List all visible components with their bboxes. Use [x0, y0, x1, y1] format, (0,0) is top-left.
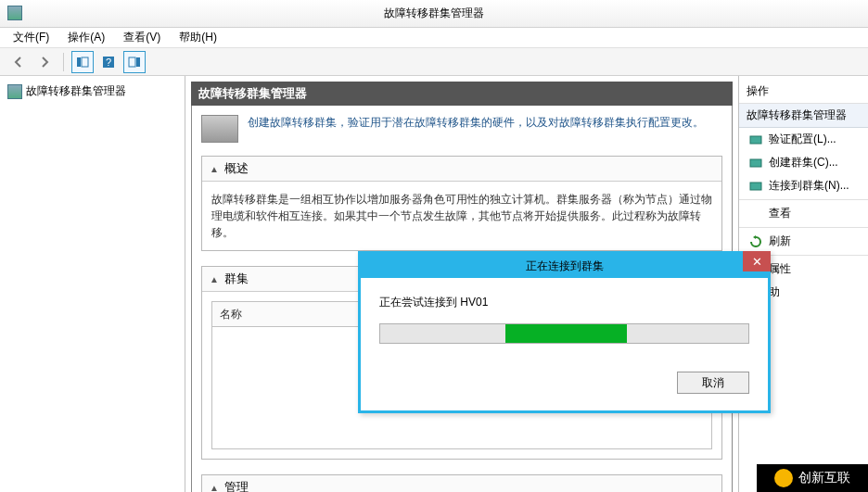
clusters-title: 群集	[224, 271, 249, 287]
dialog-message: 正在尝试连接到 HV01	[379, 295, 749, 310]
dialog-footer: 取消	[379, 372, 749, 394]
action-validate[interactable]: 验证配置(L)...	[739, 128, 868, 151]
svg-rect-0	[77, 57, 81, 67]
tree-root-label: 故障转移群集管理器	[26, 83, 126, 99]
svg-rect-8	[750, 183, 761, 190]
tree-root[interactable]: 故障转移群集管理器	[6, 82, 179, 101]
tree-pane: 故障转移群集管理器	[0, 76, 185, 492]
intro-text: 创建故障转移群集，验证用于潜在故障转移群集的硬件，以及对故障转移群集执行配置更改…	[248, 115, 704, 143]
menu-help[interactable]: 帮助(H)	[175, 28, 221, 47]
cluster-manager-icon	[7, 84, 22, 99]
menu-view[interactable]: 查看(V)	[120, 28, 164, 47]
svg-rect-5	[136, 57, 140, 67]
action-validate-label: 验证配置(L)...	[769, 132, 836, 147]
watermark: 创新互联	[757, 464, 868, 492]
toolbar: ?	[0, 48, 868, 76]
action-properties-label: 属性	[769, 261, 791, 277]
server-icon	[201, 115, 238, 143]
action-refresh-label: 刷新	[769, 233, 791, 249]
actions-separator	[739, 227, 868, 228]
overview-header[interactable]: ▲ 概述	[202, 157, 721, 182]
app-icon	[7, 6, 22, 20]
progress-indicator	[505, 324, 627, 343]
action-view-label: 查看	[769, 206, 791, 221]
svg-text:?: ?	[106, 57, 111, 68]
action-create-label: 创建群集(C)...	[769, 155, 838, 170]
create-icon	[748, 158, 763, 169]
title-bar: 故障转移群集管理器	[0, 0, 868, 28]
svg-rect-4	[129, 57, 135, 67]
dialog-body: 正在尝试连接到 HV01 取消	[361, 278, 768, 410]
connect-icon	[748, 181, 763, 192]
collapse-icon: ▲	[210, 274, 219, 284]
dialog-title-bar[interactable]: 正在连接到群集 ✕	[361, 254, 768, 278]
toolbar-separator	[63, 53, 64, 71]
action-create[interactable]: 创建群集(C)...	[739, 151, 868, 174]
manage-title: 管理	[224, 479, 249, 492]
close-icon: ✕	[752, 255, 762, 269]
action-view[interactable]: 查看	[739, 202, 868, 225]
intro-block: 创建故障转移群集，验证用于潜在故障转移群集的硬件，以及对故障转移群集执行配置更改…	[201, 115, 722, 143]
overview-body: 故障转移群集是一组相互协作以增加服务器角色可用性的独立计算机。群集服务器（称为节…	[202, 182, 721, 250]
collapse-icon: ▲	[210, 164, 219, 174]
connecting-dialog: 正在连接到群集 ✕ 正在尝试连接到 HV01 取消	[358, 251, 771, 413]
overview-section: ▲ 概述 故障转移群集是一组相互协作以增加服务器角色可用性的独立计算机。群集服务…	[201, 156, 722, 251]
svg-rect-7	[750, 159, 761, 167]
menu-file[interactable]: 文件(F)	[9, 28, 53, 47]
show-hide-action-button[interactable]	[123, 51, 146, 73]
manage-header[interactable]: ▲ 管理	[202, 475, 721, 492]
validate-icon	[748, 134, 763, 145]
help-button[interactable]: ?	[97, 51, 120, 73]
collapse-icon: ▲	[210, 483, 219, 493]
action-connect[interactable]: 连接到群集(N)...	[739, 174, 868, 197]
dialog-close-button[interactable]: ✕	[743, 251, 771, 271]
progress-bar	[379, 323, 749, 344]
action-connect-label: 连接到群集(N)...	[769, 178, 849, 194]
svg-rect-6	[750, 136, 761, 144]
show-hide-tree-button[interactable]	[71, 51, 94, 73]
refresh-icon	[748, 236, 763, 247]
dialog-title: 正在连接到群集	[526, 259, 604, 274]
cancel-label: 取消	[702, 375, 724, 391]
watermark-text: 创新互联	[798, 470, 850, 486]
actions-separator	[739, 199, 868, 200]
cancel-button[interactable]: 取消	[677, 372, 749, 394]
actions-header: 操作	[739, 80, 868, 104]
window-title: 故障转移群集管理器	[384, 6, 484, 21]
forward-button[interactable]	[33, 51, 56, 73]
svg-rect-1	[82, 57, 88, 67]
menu-operation[interactable]: 操作(A)	[64, 28, 108, 47]
menu-bar: 文件(F) 操作(A) 查看(V) 帮助(H)	[0, 28, 868, 48]
manage-section: ▲ 管理 若要开始使用故障转移群集，请首先验证硬件配置，然后创建群集。完成这些步…	[201, 474, 722, 492]
content-header: 故障转移群集管理器	[191, 82, 733, 106]
actions-sub: 故障转移群集管理器	[739, 104, 868, 128]
overview-title: 概述	[224, 160, 249, 177]
back-button[interactable]	[7, 51, 30, 73]
action-refresh[interactable]: 刷新	[739, 230, 868, 253]
watermark-icon	[774, 469, 793, 487]
view-icon	[748, 208, 763, 220]
